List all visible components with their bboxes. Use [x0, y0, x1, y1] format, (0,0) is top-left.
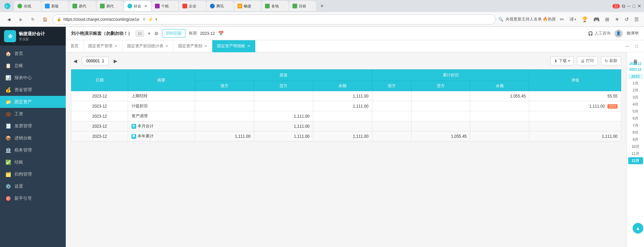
browser-tab-gedi[interactable]: 各地 — [262, 1, 288, 11]
url-bar[interactable]: 🔒 https://cloud.chanjet.com/accounting/u… — [52, 14, 496, 24]
restore-window-icon[interactable]: ⧉ — [622, 3, 625, 9]
add-account-icon[interactable]: + — [148, 30, 151, 37]
browser-tab-yidai1[interactable]: 易代 — [69, 1, 96, 11]
settings-account-icon[interactable]: ⚙ — [154, 31, 159, 36]
tab-depreciation-stats[interactable]: 固定资产折旧统计表 ✕ — [122, 40, 173, 52]
tab-close-haohui[interactable]: ✕ — [144, 4, 147, 8]
period-selected-2[interactable]: 2023.12 — [628, 67, 643, 72]
tab-asset-category[interactable]: 固定资产类别 ✕ — [173, 40, 212, 52]
browser-tab-xinban[interactable]: 新版 — [42, 1, 68, 11]
browser-tab-yidai2[interactable]: 易代 — [97, 1, 123, 11]
tab-depreciation-stats-close[interactable]: ✕ — [165, 44, 168, 48]
sidebar-item-reports[interactable]: 📊 报表中心 — [0, 72, 66, 84]
tab-asset-management[interactable]: 固定资产管理 ✕ — [84, 40, 122, 52]
browser-tab-muqian[interactable]: 目前 — [289, 1, 316, 11]
scissor-icon[interactable]: ✂ — [558, 15, 566, 24]
period-month-9[interactable]: 9月 — [628, 136, 643, 143]
sidebar-item-purchase-sales[interactable]: 📦 进销台账 — [0, 132, 66, 144]
reload-button[interactable]: ↻ — [28, 15, 38, 24]
browser-tab-zaixin[interactable]: 在线 — [14, 1, 41, 11]
sidebar-item-funds[interactable]: 💰 资金管理 — [0, 84, 66, 96]
period-month-1[interactable]: 1月 — [628, 80, 643, 87]
period-month-2[interactable]: 2月 — [628, 87, 643, 94]
period-month-5[interactable]: 5月 — [628, 108, 643, 115]
col-orig-balance: 余额 — [313, 81, 372, 91]
sidebar-item-guide[interactable]: 🎯 新手引导 — [0, 192, 66, 204]
tab-home[interactable]: 首页 — [66, 40, 84, 52]
site-info-icon[interactable]: ⚙ — [143, 17, 146, 21]
tab-icon-gedi — [265, 4, 270, 8]
sidebar-item-salary[interactable]: 💼 工资 — [0, 108, 66, 120]
browser-tab-tengxun[interactable]: 腾讯 — [207, 1, 233, 11]
cell-dep-debit-1 — [372, 91, 411, 101]
dropdown-arrow-icon[interactable]: ▾ — [155, 17, 157, 21]
calendar-icon[interactable]: 📅 — [218, 31, 224, 36]
user-avatar[interactable]: 👤 — [614, 29, 623, 38]
sidebar-item-invoice[interactable]: 🧾 发票管理 — [0, 120, 66, 132]
sidebar-item-home[interactable]: 🏠 首页 — [0, 48, 66, 60]
tab-asset-detail[interactable]: 固定资产明细账 ✕ — [212, 40, 255, 52]
tab-new-button[interactable]: + — [317, 1, 327, 11]
apps-icon[interactable]: ⊞ — [604, 15, 611, 24]
sidebar-item-assets[interactable]: 📁 固定资产 — [0, 96, 66, 108]
forward-button[interactable]: ▶ — [16, 15, 25, 24]
download-icon: ⬇ — [554, 59, 557, 63]
sidebar-item-close[interactable]: ✅ 结账 — [0, 156, 66, 168]
print-icon: 🖨 — [581, 59, 585, 63]
period-value: 2023-12 — [200, 31, 215, 36]
tab-asset-category-close[interactable]: ✕ — [204, 44, 207, 48]
tab-asset-detail-close[interactable]: ✕ — [247, 44, 250, 48]
next-page-icon[interactable]: ▶ — [111, 57, 119, 65]
page-number-input[interactable] — [82, 57, 109, 65]
period-month-7[interactable]: 7月 — [628, 122, 643, 129]
minimize-icon[interactable]: ─ — [627, 3, 631, 9]
browser-tab-changjie[interactable]: M 畅捷 — [234, 1, 261, 11]
period-month-12[interactable]: 12月 — [628, 157, 643, 164]
switch-version-button[interactable]: 切到旧版 — [162, 29, 185, 38]
sidebar-item-settings[interactable]: ⚙️ 设置 — [0, 180, 66, 192]
archive-nav-icon: 🗂️ — [5, 172, 11, 177]
tab-maximize-icon[interactable]: □ — [633, 43, 640, 50]
game-icon[interactable]: 🎮 — [592, 15, 601, 24]
cell-dep-balance-1: 1,055.45 — [470, 91, 529, 101]
prev-page-icon[interactable]: ◀ — [71, 57, 79, 65]
tab-label-zaixin: 在线 — [24, 4, 31, 9]
reward-icon[interactable]: 🏆 — [580, 15, 589, 24]
tab-icon-changjie: M — [237, 4, 242, 8]
sidebar-item-ledger[interactable]: 📋 总账 — [0, 60, 66, 72]
sidebar-label-home: 首页 — [14, 51, 23, 57]
browser-tab-qiye[interactable]: 企业 — [179, 1, 206, 11]
close-window-icon[interactable]: ✕ — [637, 3, 641, 9]
account-badge[interactable]: 11 — [136, 30, 144, 37]
period-month-10[interactable]: 10月 — [628, 143, 643, 150]
download-button[interactable]: ⬇ 下载 ▾ — [550, 56, 574, 65]
period-selected-1[interactable]: 2023.12 — [628, 61, 643, 67]
sidebar-label-ledger: 总账 — [14, 63, 23, 69]
lightning-icon: ⚡ — [148, 17, 153, 22]
menu-icon[interactable]: ☰ — [633, 15, 640, 24]
period-month-8[interactable]: 8月 — [628, 129, 643, 136]
browser-tab-haohui[interactable]: 好会 ✕ — [124, 1, 151, 11]
period-month-4[interactable]: 4月 — [628, 101, 643, 108]
sidebar-label-archive: 归档管理 — [14, 171, 32, 177]
cell-net-value-1: 55.55 — [529, 91, 621, 101]
browser-tab-geshui[interactable]: 个税 — [152, 1, 178, 11]
history-icon[interactable]: ↺ — [623, 15, 630, 24]
period-month-11[interactable]: 11月 — [628, 150, 643, 157]
tab-minimize-icon[interactable]: ─ — [624, 43, 631, 50]
print-button[interactable]: 🖨 打印 — [577, 56, 598, 65]
period-month-6[interactable]: 6月 — [628, 115, 643, 122]
sidebar-item-tax[interactable]: 🏦 税务管理 — [0, 144, 66, 156]
tab-asset-management-close[interactable]: ✕ — [114, 44, 117, 48]
back-button[interactable]: ◀ — [4, 15, 13, 24]
settings-icon[interactable]: ☀ — [613, 15, 621, 24]
translate-icon[interactable]: 译▾ — [568, 15, 578, 24]
home-button[interactable]: 🏠 — [40, 15, 50, 24]
sidebar-item-archive[interactable]: 🗂️ 归档管理 — [0, 168, 66, 180]
maximize-icon[interactable]: □ — [633, 3, 635, 9]
period-month-3[interactable]: 3月 — [628, 94, 643, 101]
browser-logo: e — [3, 1, 12, 11]
service-button[interactable]: 🎧 人工咨询 — [588, 30, 610, 36]
refresh-button[interactable]: ↻ 刷新 — [601, 56, 621, 65]
scroll-up-button[interactable]: ▲ — [633, 223, 643, 234]
